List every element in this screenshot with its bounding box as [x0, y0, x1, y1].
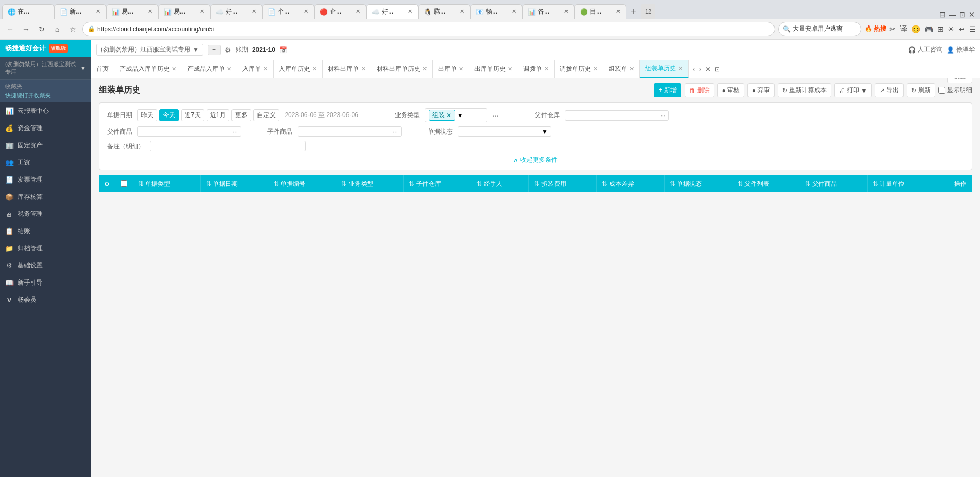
tab-close-7[interactable]: ✕ [356, 8, 360, 15]
nav-tab-outbound-history[interactable]: 出库单历史 ✕ [469, 60, 518, 78]
filter-settings-button[interactable]: 设置 [947, 78, 972, 83]
browser-tab-3[interactable]: 📊 易... ✕ [106, 4, 158, 19]
sidebar-item-member[interactable]: V 畅会员 [0, 291, 91, 308]
nav-tab-transfer-close[interactable]: ✕ [544, 66, 549, 72]
date-btn-7days[interactable]: 近7天 [181, 109, 204, 121]
note-input[interactable] [150, 141, 306, 151]
forward-button[interactable]: → [20, 23, 32, 35]
sidebar-item-archive[interactable]: 📁 归档管理 [0, 240, 91, 257]
date-btn-today[interactable]: 今天 [159, 109, 179, 121]
nav-tab-material-out-close[interactable]: ✕ [361, 66, 366, 72]
export-button[interactable]: ↗ 导出 [875, 83, 904, 97]
parent-goods-more[interactable]: ··· [233, 128, 238, 135]
doc-status-select[interactable]: ▼ [458, 126, 551, 137]
child-goods-more[interactable]: ··· [393, 128, 398, 135]
nav-tab-prod-in-history-close[interactable]: ✕ [172, 66, 176, 72]
sidebar-item-assets[interactable]: 🏢 固定资产 [0, 137, 91, 154]
browser-tab-9[interactable]: 🐧 腾... ✕ [418, 4, 470, 19]
tab-close-11[interactable]: ✕ [564, 8, 569, 15]
sidebar-item-invoice[interactable]: 🧾 发票管理 [0, 171, 91, 188]
undo-icon[interactable]: ↩ [959, 25, 965, 33]
table-col-handler[interactable]: ⇅ 经手人 [471, 175, 529, 192]
grid-icon[interactable]: ⊞ [937, 25, 944, 33]
nav-tab-inbound-history[interactable]: 入库单历史 ✕ [274, 60, 323, 78]
table-col-biz-type[interactable]: ⇅ 业务类型 [336, 175, 404, 192]
address-bar[interactable]: 🔒 https://cloud.chanjet.com/accounting/u… [82, 22, 775, 36]
new-tab-button[interactable]: + [626, 4, 641, 19]
print-button[interactable]: 🖨 打印 ▼ [834, 83, 872, 97]
parent-goods-input[interactable]: ··· [137, 126, 241, 137]
browser-tab-7[interactable]: 🔴 企... ✕ [314, 4, 366, 19]
nav-tab-inbound[interactable]: 入库单 ✕ [237, 60, 274, 78]
table-col-doc-no[interactable]: ⇅ 单据编号 [268, 175, 336, 192]
tab-close-9[interactable]: ✕ [460, 8, 465, 15]
tab-scroll-left[interactable]: ‹ [691, 65, 697, 74]
home-button[interactable]: ⌂ [51, 23, 63, 35]
tab-close-5[interactable]: ✕ [252, 8, 256, 15]
display-detail-toggle[interactable]: 显示明细 [938, 86, 972, 95]
sidebar-item-settings[interactable]: ⚙ 基础设置 [0, 257, 91, 274]
menu-icon[interactable]: ☰ [969, 25, 976, 33]
browser-tab-2[interactable]: 📄 新... ✕ [54, 4, 106, 19]
date-btn-custom[interactable]: 自定义 [253, 109, 279, 121]
sidebar-item-salary[interactable]: 👥 工资 [0, 154, 91, 171]
table-col-disassembly-cost[interactable]: ⇅ 拆装费用 [529, 175, 597, 192]
nav-tab-transfer-history[interactable]: 调拨单历史 ✕ [555, 60, 603, 78]
refresh-button[interactable]: ↻ 刷新 [907, 83, 935, 97]
biz-type-select[interactable]: 组装 ✕ ▼ [425, 108, 487, 122]
tab-more-options[interactable]: ⊡ [713, 65, 722, 74]
new-button[interactable]: + 新增 [654, 83, 681, 97]
browser-tab-10[interactable]: 📧 畅... ✕ [470, 4, 522, 19]
calendar-icon[interactable]: 📅 [279, 46, 287, 54]
date-btn-yesterday[interactable]: 昨天 [137, 109, 157, 121]
child-goods-input[interactable]: ··· [298, 126, 402, 137]
table-col-doc-type[interactable]: ⇅ 单据类型 [133, 175, 201, 192]
bookmark-button[interactable]: ☆ [67, 23, 79, 35]
select-all-checkbox[interactable] [121, 180, 127, 187]
browser-tab-8[interactable]: ☁️ 好... ✕ [366, 4, 418, 19]
sidebar-item-funds[interactable]: 💰 资金管理 [0, 120, 91, 137]
sidebar-item-reports[interactable]: 📊 云报表中心 [0, 102, 91, 120]
tab-count-badge[interactable]: 12 [641, 4, 655, 19]
add-account-button[interactable]: + [208, 45, 221, 55]
biz-type-more[interactable]: ··· [493, 111, 499, 120]
account-settings-icon[interactable]: ⚙ [225, 46, 231, 54]
table-col-unit[interactable]: ⇅ 计量单位 [867, 175, 935, 192]
doc-status-dropdown-arrow[interactable]: ▼ [541, 128, 548, 135]
collapse-button[interactable]: ∧ 收起更多条件 [107, 156, 964, 164]
nav-tab-material-out-history[interactable]: 材料出库单历史 ✕ [371, 60, 433, 78]
tab-close-6[interactable]: ✕ [304, 8, 308, 15]
table-col-parent-goods[interactable]: ⇅ 父件商品 [800, 175, 867, 192]
date-btn-1month[interactable]: 近1月 [207, 109, 230, 121]
scissors-icon[interactable]: ✂ [889, 25, 896, 33]
table-col-doc-date[interactable]: ⇅ 单据日期 [201, 175, 268, 192]
consultation-button[interactable]: 🎧 人工咨询 [908, 45, 943, 54]
sidebar-item-checkout[interactable]: 📋 结账 [0, 223, 91, 240]
browser-tab-5[interactable]: ☁️ 好... ✕ [210, 4, 262, 19]
tab-close-all[interactable]: ✕ [703, 65, 713, 74]
search-bar[interactable]: 🔍 大量安卓用户逃离 [778, 22, 861, 36]
nav-tab-home[interactable]: 首页 [91, 60, 114, 78]
nav-tab-prod-in-close[interactable]: ✕ [227, 66, 231, 72]
review-button[interactable]: ● 审核 [717, 83, 744, 97]
nav-tab-transfer-history-close[interactable]: ✕ [593, 66, 598, 72]
brightness-icon[interactable]: ☀ [948, 25, 955, 33]
hot-search-label[interactable]: 🔥 热搜 [865, 24, 886, 33]
nav-tab-material-out[interactable]: 材料出库单 ✕ [323, 60, 371, 78]
nav-tab-assembly[interactable]: 组装单 ✕ [603, 60, 640, 78]
delete-button[interactable]: 🗑 删除 [685, 83, 714, 97]
favorites-hint[interactable]: 快捷键打开收藏夹 [5, 92, 86, 99]
tab-close-3[interactable]: ✕ [148, 8, 152, 15]
nav-tab-outbound-close[interactable]: ✕ [459, 66, 463, 72]
nav-tab-transfer[interactable]: 调拨单 ✕ [518, 60, 555, 78]
table-col-cost-diff[interactable]: ⇅ 成本差异 [597, 175, 664, 192]
nav-tab-prod-in[interactable]: 产成品入库单 ✕ [182, 60, 237, 78]
sidebar-item-inventory[interactable]: 📦 库存核算 [0, 188, 91, 205]
nav-tab-assembly-close[interactable]: ✕ [629, 66, 634, 72]
browser-tab-6[interactable]: 📄 个... ✕ [262, 4, 314, 19]
display-detail-checkbox[interactable] [938, 87, 945, 94]
parent-warehouse-select[interactable]: ··· [565, 110, 669, 121]
restore-icon[interactable]: ⊟ [939, 10, 946, 19]
sidebar-account[interactable]: (勿删勿禁用）江西服宝测试专用 ▼ [0, 57, 91, 80]
browser-tab-1[interactable]: 🌐 在... [2, 4, 54, 19]
